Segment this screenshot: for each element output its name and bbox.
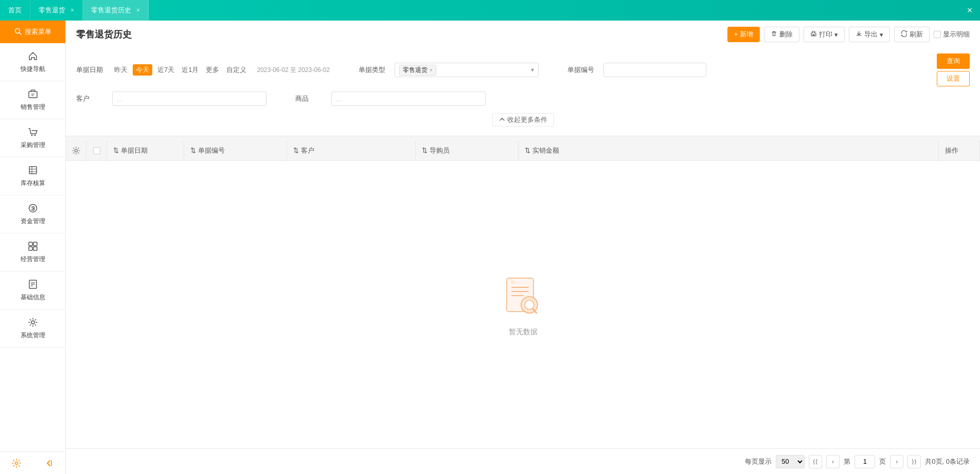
date-7days[interactable]: 近7天 xyxy=(155,64,176,76)
empty-text: 暂无数据 xyxy=(509,327,538,337)
search-menu-button[interactable]: 搜索菜单 xyxy=(0,21,65,43)
export-icon xyxy=(856,30,862,39)
svg-rect-12 xyxy=(29,242,32,246)
goods-placeholder: ... xyxy=(336,95,342,103)
page-prev-button[interactable]: ‹ xyxy=(826,455,840,468)
sort-no-icon[interactable]: ⇅ xyxy=(190,147,196,154)
date-filter-label: 单据日期 xyxy=(76,65,107,75)
export-dropdown-icon: ▾ xyxy=(880,31,883,39)
delete-button[interactable]: 删除 xyxy=(764,27,799,42)
table-settings-button[interactable] xyxy=(66,140,86,161)
tab-home-label: 首页 xyxy=(8,6,22,15)
page-first-button[interactable]: ⟨⟨ xyxy=(809,455,822,468)
customer-filter-label: 客户 xyxy=(76,94,107,103)
bill-no-input[interactable] xyxy=(603,63,706,77)
th-date: ⇅ 单据日期 xyxy=(107,140,184,161)
tab-retail-return-label: 零售退货 xyxy=(39,6,65,15)
sidebar-item-inventory-label: 库存核算 xyxy=(21,179,45,188)
sidebar-item-operation-mgmt[interactable]: 经营管理 xyxy=(0,233,65,271)
per-page-select[interactable]: 10 20 50 100 xyxy=(776,455,805,468)
select-all-checkbox[interactable] xyxy=(93,147,100,154)
page-last-button[interactable]: ⟩⟩ xyxy=(907,455,921,468)
bill-type-select[interactable]: 零售退货 × ▾ xyxy=(395,63,539,77)
basic-icon xyxy=(27,279,39,290)
sort-customer-icon[interactable]: ⇅ xyxy=(293,147,299,154)
date-today[interactable]: 今天 xyxy=(133,64,152,76)
refresh-icon xyxy=(901,30,907,39)
sidebar-item-basic-label: 基础信息 xyxy=(21,293,45,302)
svg-rect-15 xyxy=(33,247,37,250)
filter-settings-button[interactable]: 设置 xyxy=(937,71,970,86)
bill-type-tag-close[interactable]: × xyxy=(430,67,433,73)
page-next-button[interactable]: › xyxy=(890,455,903,468)
export-label: 导出 xyxy=(864,30,878,39)
bill-type-tag-text: 零售退货 xyxy=(403,66,427,75)
filter-row-2: 客户 ... 商品 ... xyxy=(76,92,970,106)
sidebar-settings-button[interactable] xyxy=(0,452,33,474)
th-amount-label: 实销金额 xyxy=(532,146,559,155)
bill-type-dropdown-icon: ▾ xyxy=(531,66,534,74)
query-button[interactable]: 查询 xyxy=(937,53,970,69)
sidebar-item-inventory-calc[interactable]: 库存核算 xyxy=(0,157,65,195)
date-more[interactable]: 更多 xyxy=(204,64,221,76)
sidebar-item-finance-label: 资金管理 xyxy=(21,217,45,226)
tab-retail-return-close[interactable]: × xyxy=(70,7,74,14)
finance-icon xyxy=(27,203,39,214)
svg-rect-24 xyxy=(812,34,815,35)
sidebar-item-sales-mgmt[interactable]: 销售管理 xyxy=(0,81,65,119)
show-detail-text: 显示明细 xyxy=(943,30,970,39)
export-button[interactable]: 导出 ▾ xyxy=(849,27,890,42)
th-guide: ⇅ 导购员 xyxy=(416,140,519,161)
inventory-icon xyxy=(27,165,39,176)
th-no-label: 单据编号 xyxy=(198,146,225,155)
collapse-button[interactable]: 收起更多条件 xyxy=(492,113,554,126)
table-select-all-checkbox[interactable] xyxy=(86,140,107,161)
sidebar-bottom xyxy=(0,451,65,474)
window-close-button[interactable]: × xyxy=(959,0,980,21)
show-detail-checkbox[interactable] xyxy=(934,31,941,38)
tab-retail-return-history[interactable]: 零售退货历史 × xyxy=(83,0,149,21)
tab-retail-return[interactable]: 零售退货 × xyxy=(30,0,83,21)
tab-bar: 首页 零售退货 × 零售退货历史 × xyxy=(0,0,959,21)
empty-image xyxy=(497,273,549,319)
sidebar-item-system-mgmt[interactable]: 系统管理 xyxy=(0,309,65,348)
top-bar: 首页 零售退货 × 零售退货历史 × × xyxy=(0,0,980,21)
customer-placeholder: ... xyxy=(117,95,122,103)
sidebar-item-quick-nav[interactable]: 快捷导航 xyxy=(0,43,65,81)
th-customer: ⇅ 客户 xyxy=(287,140,416,161)
goods-select[interactable]: ... xyxy=(331,92,486,106)
table-container: ⇅ 单据日期 ⇅ 单据编号 ⇅ 客户 ⇅ 导购员 ⇅ 实销金额 xyxy=(66,140,980,474)
sidebar-item-sales-label: 销售管理 xyxy=(21,103,45,112)
print-label: 打印 xyxy=(819,30,832,39)
filter-row-1: 单据日期 昨天 今天 近7天 近1月 更多 自定义 2023-06-02 至 2… xyxy=(76,53,970,86)
show-detail-label[interactable]: 显示明细 xyxy=(934,30,970,39)
th-customer-label: 客户 xyxy=(301,146,314,155)
bill-type-tag: 零售退货 × xyxy=(399,65,436,76)
page-label: 第 xyxy=(844,457,850,466)
page-title-row: 零售退货历史 + 新增 删除 xyxy=(76,27,970,42)
date-custom[interactable]: 自定义 xyxy=(224,64,248,76)
th-action-label: 操作 xyxy=(945,146,958,155)
sidebar: 搜索菜单 快捷导航 xyxy=(0,21,66,474)
refresh-button[interactable]: 刷新 xyxy=(894,27,930,42)
customer-select[interactable]: ... xyxy=(112,92,266,106)
sort-amount-icon[interactable]: ⇅ xyxy=(525,147,530,154)
print-icon xyxy=(810,30,817,39)
svg-rect-14 xyxy=(29,247,32,250)
sort-guide-icon[interactable]: ⇅ xyxy=(422,147,427,154)
page-number-input[interactable] xyxy=(854,455,875,468)
tab-home[interactable]: 首页 xyxy=(0,0,30,21)
sidebar-collapse-button[interactable] xyxy=(33,452,66,474)
sort-date-icon[interactable]: ⇅ xyxy=(113,147,119,154)
bill-type-label: 单据类型 xyxy=(359,65,389,75)
sidebar-item-purchase-mgmt[interactable]: 采购管理 xyxy=(0,119,65,157)
new-button[interactable]: + 新增 xyxy=(727,27,760,42)
sidebar-item-finance-mgmt[interactable]: 资金管理 xyxy=(0,195,65,233)
date-1month[interactable]: 近1月 xyxy=(180,64,201,76)
delete-label: 删除 xyxy=(779,30,793,39)
date-yesterday[interactable]: 昨天 xyxy=(112,64,130,76)
tab-retail-return-history-close[interactable]: × xyxy=(136,7,140,14)
sidebar-item-basic-info[interactable]: 基础信息 xyxy=(0,271,65,309)
content-area: 零售退货历史 + 新增 删除 xyxy=(66,21,980,474)
print-button[interactable]: 打印 ▾ xyxy=(804,27,845,42)
